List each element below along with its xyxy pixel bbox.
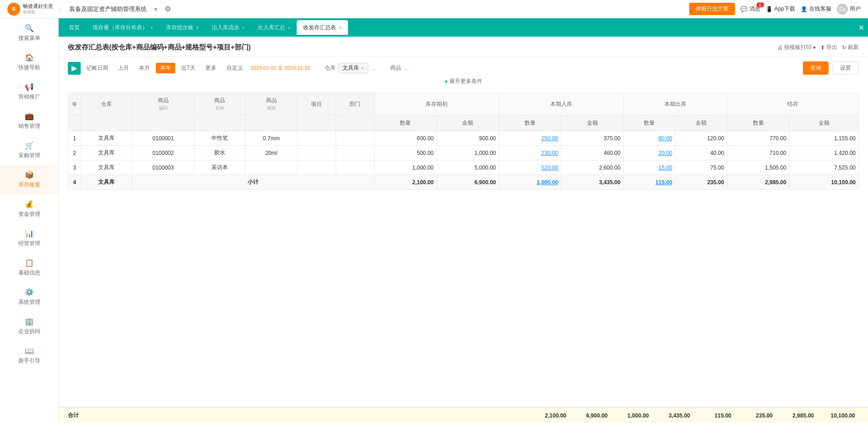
th-in-amt: 金额: [561, 115, 624, 131]
th-in-qty: 数量: [499, 115, 561, 131]
cell-in-qty[interactable]: 230.00: [499, 146, 561, 160]
tab-label: 出入库流水: [212, 24, 239, 32]
th-settings[interactable]: ⚙: [68, 93, 81, 115]
close-icon[interactable]: ×: [339, 25, 342, 30]
date-option-more[interactable]: 更多: [201, 63, 221, 73]
refresh-button[interactable]: ↻ 刷新: [842, 44, 859, 51]
date-option-custom[interactable]: 自定义: [222, 63, 247, 73]
date-option-this-month[interactable]: 本月: [135, 63, 154, 73]
system-dropdown-icon[interactable]: ▾: [154, 5, 157, 13]
logo-text-area: 畅捷通好生意 标准版: [23, 3, 53, 15]
sidebar-item-business[interactable]: 📊 经营管理: [0, 224, 58, 253]
date-range-display: 2023-01-01 至 2023-12-31: [251, 65, 310, 71]
online-service-item[interactable]: 👤 在线客服: [801, 5, 831, 13]
title-actions: 🖨 按模板打印 ▾ ⬆ 导出 ↻ 刷新: [777, 44, 859, 51]
cell-opening-qty: 1,000.00: [374, 160, 437, 175]
query-button[interactable]: 查询: [803, 61, 829, 75]
th-proj2: [297, 115, 336, 131]
cell-out-qty[interactable]: 15.00: [624, 160, 675, 175]
messages-badge: 6: [757, 2, 764, 7]
cell-goods-code: 0100002: [132, 146, 194, 160]
cell-opening-qty: 600.00: [374, 131, 437, 146]
date-option-last-month[interactable]: 上月: [114, 63, 133, 73]
sidebar-item-purchase[interactable]: 🛒 采购管理: [0, 136, 58, 165]
guide-icon: 📖: [25, 346, 34, 355]
header-right: 体验行业方案 💬 消息 6 📱 App下载 👤 在线客服 Ea 用户: [689, 3, 861, 15]
expand-row[interactable]: ▾ 展开更多条件: [68, 75, 859, 88]
tab-bar-close-button[interactable]: ✕: [858, 23, 864, 32]
export-button[interactable]: ⬆ 导出: [820, 44, 837, 51]
date-option-7days[interactable]: 近7天: [177, 63, 199, 73]
sidebar-item-inventory[interactable]: 📦 库存核算: [0, 165, 58, 194]
setting-button[interactable]: 设置: [832, 61, 859, 75]
table-subtotal-row: 4 文具库 小计 2,100.00 6,900.00 1,000.00 3,43…: [68, 175, 859, 190]
cell-in-amt: 375.00: [561, 131, 624, 146]
close-icon[interactable]: ×: [288, 25, 291, 30]
cell-in-qty[interactable]: 520.00: [499, 160, 561, 175]
sidebar-item-guide[interactable]: 📖 新手引导: [0, 341, 58, 370]
table-row: 2 文具库 0100002 胶水 20ml 500.00 1,000.00 23…: [68, 146, 859, 160]
cell-out-qty[interactable]: 80.00: [624, 131, 675, 146]
sidebar-item-system[interactable]: ⚙️ 系统管理: [0, 282, 58, 312]
cell-out-qty[interactable]: 115.00: [624, 175, 675, 190]
print-button[interactable]: 🖨 按模板打印 ▾: [777, 44, 816, 51]
close-icon[interactable]: ×: [196, 25, 199, 30]
sidebar-item-label: 系统管理: [18, 298, 40, 306]
close-icon[interactable]: ×: [150, 25, 153, 30]
page-content: 收发存汇总表(按仓库+商品编码+商品+规格型号+项目+部门) 🖨 按模板打印 ▾…: [59, 37, 868, 423]
cell-balance-qty: 2,985.00: [727, 175, 790, 190]
cell-out-qty[interactable]: 20.00: [624, 146, 675, 160]
warehouse-tag[interactable]: 文具库 ×: [338, 63, 368, 73]
cell-in-qty[interactable]: 250.00: [499, 131, 561, 146]
sidebar-item-sales[interactable]: 💼 销售管理: [0, 106, 58, 136]
date-option-this-year[interactable]: 本年: [156, 63, 175, 73]
tab-flow[interactable]: 出入库流水 ×: [205, 20, 251, 35]
tab-inventory-dist[interactable]: 现存量（库存分布表） ×: [86, 20, 160, 35]
goods-more-btn[interactable]: ...: [404, 65, 409, 71]
message-icon: 💬: [741, 6, 747, 12]
sidebar-item-finance[interactable]: 💰 资金管理: [0, 194, 58, 224]
sidebar-item-quick-nav[interactable]: 🏠 快捷导航: [0, 48, 58, 77]
tab-batch-ledger[interactable]: 库存批次账 ×: [160, 20, 205, 35]
close-icon[interactable]: ×: [242, 25, 245, 30]
sidebar-item-enterprise[interactable]: 🏢 企业协同: [0, 312, 58, 341]
tab-label: 收发存汇总表: [303, 24, 336, 32]
page-title-bar: 收发存汇总表(按仓库+商品编码+商品+规格型号+项目+部门) 🖨 按模板打印 ▾…: [59, 37, 868, 57]
cell-in-qty[interactable]: 1,000.00: [499, 175, 561, 190]
cell-goods-name: 采访本: [194, 160, 245, 175]
date-label: 记账日期: [86, 64, 108, 72]
cell-goods-spec: 0.7mm: [245, 131, 297, 146]
cell-seq: 4: [68, 175, 81, 190]
sidebar-item-marketing[interactable]: 📢 营销推广: [0, 77, 58, 106]
cell-project: [297, 146, 336, 160]
warehouse-more-btn[interactable]: ...: [371, 65, 376, 71]
sidebar-item-label: 资金管理: [18, 210, 40, 218]
tab-summary-inout[interactable]: 出入库汇总 ×: [251, 20, 297, 35]
sidebar-item-search[interactable]: 🔍 搜索菜单: [0, 18, 58, 48]
warehouse-tag-close[interactable]: ×: [361, 66, 364, 71]
export-icon: ⬆: [820, 44, 825, 51]
sidebar-item-label: 新手引导: [18, 357, 40, 365]
th-gn2: [194, 115, 245, 131]
tab-recv-send-summary[interactable]: 收发存汇总表 ×: [297, 20, 348, 35]
user-item[interactable]: Ea 用户: [837, 4, 861, 15]
filter-toggle-button[interactable]: ▶: [68, 62, 81, 75]
th-balance-amt: 金额: [789, 115, 858, 131]
user-label: 用户: [850, 5, 861, 13]
business-icon: 📊: [25, 229, 34, 238]
th-gc2: [132, 115, 194, 131]
sidebar-item-basic-info[interactable]: 📋 基础信息: [0, 253, 58, 282]
cell-dept: [336, 160, 374, 175]
system-name: 装备及固定资产辅助管理系统: [69, 5, 147, 13]
goods-filter: 商品 ...: [390, 64, 409, 72]
tab-home[interactable]: 首页: [62, 20, 86, 35]
app-download-item[interactable]: 📱 App下载: [766, 5, 795, 13]
gear-icon[interactable]: ⚙: [165, 5, 174, 14]
header-left: 6 畅捷通好生意 标准版 | 装备及固定资产辅助管理系统 ▾ ⚙: [7, 3, 174, 16]
cell-balance-amt: 1,155.00: [789, 131, 858, 146]
marketing-icon: 📢: [25, 82, 34, 91]
service-icon: 👤: [801, 6, 807, 12]
messages-item[interactable]: 💬 消息 6: [741, 5, 760, 13]
trial-button[interactable]: 体验行业方案: [689, 3, 735, 15]
total-out-amt: 235.00: [735, 412, 776, 419]
